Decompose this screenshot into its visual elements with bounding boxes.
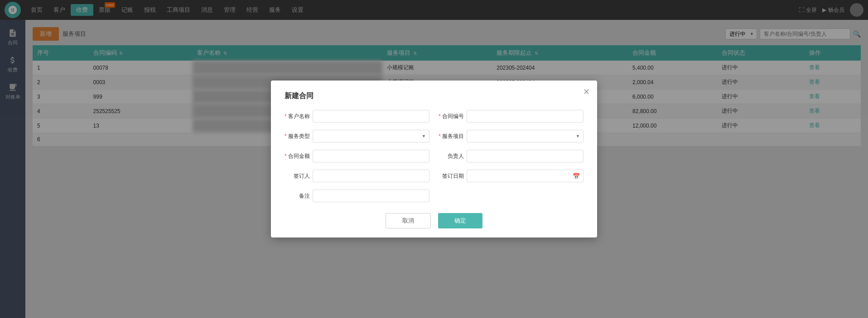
signer-input[interactable] [313,170,429,182]
service-type-select[interactable] [313,130,429,142]
field-service-item: 服务项目 [439,130,583,142]
modal-close-button[interactable]: ✕ [583,87,590,97]
field-sign-date: 签订日期 2023-06-06 📅 [439,170,583,182]
field-customer-name: 客户名称 [285,110,429,123]
field-contract-amount: 合同金额 0.00 [285,150,429,162]
modal-title: 新建合同 [285,91,583,101]
notes-label: 备注 [285,192,310,200]
service-item-label: 服务项目 [439,133,464,140]
notes-input[interactable] [313,190,429,202]
sign-date-input[interactable]: 2023-06-06 [467,170,583,182]
field-notes: 备注 [285,190,429,202]
contract-no-input[interactable] [467,110,583,123]
contract-amount-label: 合同金额 [285,152,310,160]
signer-label: 签订人 [285,172,310,180]
field-responsible: 负责人 [439,150,583,162]
field-signer: 签订人 [285,170,429,182]
service-item-select[interactable] [467,130,583,142]
contract-amount-input[interactable]: 0.00 [313,150,429,162]
field-contract-no: 合同编号 [439,110,583,123]
form-row-4: 签订人 签订日期 2023-06-06 📅 [285,170,583,182]
responsible-label: 负责人 [439,152,464,160]
modal-overlay: 新建合同 ✕ 客户名称 合同编号 服务类型 [0,0,868,318]
service-type-label: 服务类型 [285,133,310,140]
cancel-button[interactable]: 取消 [386,213,431,228]
field-service-type: 服务类型 [285,130,429,142]
service-item-select-wrapper [467,130,583,142]
sign-date-label: 签订日期 [439,172,464,180]
confirm-button[interactable]: 确定 [438,213,482,228]
sign-date-wrapper: 2023-06-06 📅 [467,170,583,182]
form-row-1: 客户名称 合同编号 [285,110,583,123]
new-contract-modal: 新建合同 ✕ 客户名称 合同编号 服务类型 [271,81,597,237]
customer-name-label: 客户名称 [285,113,310,120]
service-type-select-wrapper [313,130,429,142]
responsible-input[interactable] [467,150,583,162]
form-row-2: 服务类型 服务项目 [285,130,583,142]
form-row-5: 备注 [285,190,583,202]
modal-footer: 取消 确定 [285,213,583,228]
contract-no-label: 合同编号 [439,113,464,120]
customer-name-input[interactable] [313,110,429,123]
form-row-3: 合同金额 0.00 负责人 [285,150,583,162]
